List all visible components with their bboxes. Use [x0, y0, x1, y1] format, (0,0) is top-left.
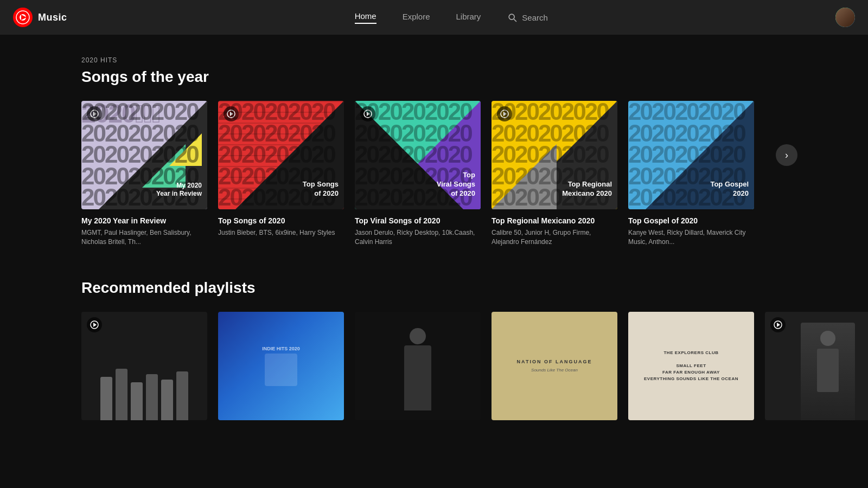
- figure-4: [146, 374, 158, 420]
- nl-text: NATION OF LANGUAGE Sounds Like The Ocean: [517, 359, 592, 373]
- nav-home[interactable]: Home: [355, 11, 376, 24]
- playlist-card-5[interactable]: THE EXPLORERS CLUBSMALL FEETFAR FAR ENOU…: [628, 312, 754, 427]
- playlist-thumb-1: [81, 312, 207, 420]
- song-card-year-review[interactable]: 2020202020202020202020202020202020202020…: [81, 101, 207, 247]
- card-label-2: Top Songsof 2020: [303, 180, 339, 198]
- song-card-gospel[interactable]: 2020202020202020202020202020202020202020…: [628, 101, 754, 247]
- figure-3: [131, 382, 143, 420]
- artwork-blue: INDIE HITS 2020: [218, 312, 344, 420]
- card-label-5: Top Gospel2020: [710, 180, 749, 198]
- main-content: 2020 HITS Songs of the year 202020202020…: [0, 35, 868, 488]
- search-icon: [507, 12, 518, 23]
- youtube-music-logo: [13, 8, 33, 27]
- playlist-card-6[interactable]: [765, 312, 868, 427]
- figure-2: [116, 369, 127, 420]
- nl-sublabel: Sounds Like The Ocean: [517, 368, 592, 373]
- user-avatar[interactable]: [835, 8, 855, 27]
- next-button[interactable]: ›: [776, 144, 797, 166]
- card-subtitle-4: Calibre 50, Junior H, Grupo Firme, Aleja…: [492, 228, 617, 247]
- figure-5: [161, 380, 173, 420]
- artwork-gospel: 2020202020202020202020202020202020202020…: [628, 101, 754, 209]
- figure-1: [100, 377, 112, 420]
- card-label-3: TopViral Songsof 2020: [437, 171, 475, 198]
- playlists-section: Recommended playlists: [81, 279, 787, 427]
- artwork-nation-language: NATION OF LANGUAGE Sounds Like The Ocean: [492, 312, 617, 420]
- body: [404, 345, 431, 410]
- playlist-thumb-4: NATION OF LANGUAGE Sounds Like The Ocean: [492, 312, 617, 420]
- song-card-viral[interactable]: 2020202020202020202020202020202020202020…: [355, 101, 481, 247]
- section-title: Songs of the year: [81, 68, 787, 86]
- figure-6: [176, 371, 188, 420]
- playlist-card-4[interactable]: NATION OF LANGUAGE Sounds Like The Ocean: [492, 312, 617, 427]
- card-title-2: Top Songs of 2020: [218, 216, 344, 226]
- card-label-1: My 2020Year in Review: [156, 182, 202, 198]
- svg-marker-13: [93, 323, 97, 327]
- artwork-dark-woman: [355, 312, 481, 420]
- playlist-card-3[interactable]: [355, 312, 481, 427]
- playlist-thumb-5: THE EXPLORERS CLUBSMALL FEETFAR FAR ENOU…: [628, 312, 754, 420]
- section-tag: 2020 HITS: [81, 56, 787, 64]
- artwork-explorers: THE EXPLORERS CLUBSMALL FEETFAR FAR ENOU…: [628, 312, 754, 420]
- explorers-text: THE EXPLORERS CLUBSMALL FEETFAR FAR ENOU…: [644, 350, 738, 382]
- head: [410, 328, 426, 344]
- artwork-viral: 2020202020202020202020202020202020202020…: [355, 101, 481, 209]
- card-title-1: My 2020 Year in Review: [81, 216, 207, 226]
- artwork-regional: 2020202020202020202020202020202020202020…: [492, 101, 617, 209]
- header: Music Home Explore Library Search: [0, 0, 868, 35]
- logo-label: Music: [38, 12, 67, 23]
- playlists-title: Recommended playlists: [81, 279, 787, 297]
- nav-library[interactable]: Library: [456, 12, 481, 23]
- card-thumb-top-songs: 2020202020202020202020202020202020202020…: [218, 101, 344, 209]
- nl-label: NATION OF LANGUAGE: [517, 359, 592, 364]
- artwork-year-review: 2020202020202020202020202020202020202020…: [81, 101, 207, 209]
- blue-art-square: [265, 354, 297, 386]
- band-figures: [100, 369, 188, 420]
- nav-explore[interactable]: Explore: [403, 12, 430, 23]
- play-icon-p6: [774, 320, 782, 329]
- card-thumb-year-review: 2020202020202020202020202020202020202020…: [81, 101, 207, 209]
- card-subtitle-5: Kanye West, Ricky Dillard, Maverick City…: [628, 228, 754, 247]
- young-man-head: [820, 331, 835, 346]
- playlist-card-1[interactable]: [81, 312, 207, 427]
- card-title-4: Top Regional Mexicano 2020: [492, 216, 617, 226]
- search-area[interactable]: Search: [507, 12, 548, 23]
- card-subtitle-2: Justin Bieber, BTS, 6ix9ine, Harry Style…: [218, 228, 344, 237]
- playlist-card-2[interactable]: INDIE HITS 2020: [218, 312, 344, 427]
- songs-cards-row: 2020202020202020202020202020202020202020…: [81, 101, 787, 247]
- search-label: Search: [522, 13, 548, 22]
- person-silhouette: [396, 328, 439, 420]
- right-area: [835, 8, 855, 27]
- playlist-thumb-3: [355, 312, 481, 420]
- card-title-3: Top Viral Songs of 2020: [355, 216, 481, 226]
- svg-marker-15: [777, 323, 780, 327]
- song-card-top-songs[interactable]: 2020202020202020202020202020202020202020…: [218, 101, 344, 237]
- avatar-image: [835, 8, 855, 27]
- artwork-top-songs: 2020202020202020202020202020202020202020…: [218, 101, 344, 209]
- logo-area[interactable]: Music: [13, 8, 67, 27]
- play-icon-p1: [90, 320, 99, 329]
- card-thumb-regional: 2020202020202020202020202020202020202020…: [492, 101, 617, 209]
- main-nav: Home Explore Library Search: [355, 11, 548, 24]
- card-subtitle-1: MGMT, Paul Haslinger, Ben Salisbury, Nic…: [81, 228, 207, 247]
- playlist-play-6[interactable]: [770, 317, 786, 332]
- songs-section: 2020 HITS Songs of the year 202020202020…: [81, 56, 787, 247]
- card-thumb-gospel: 2020202020202020202020202020202020202020…: [628, 101, 754, 209]
- blue-art-text: INDIE HITS 2020: [262, 346, 300, 351]
- playlist-play-1[interactable]: [87, 317, 102, 332]
- young-man-silhouette: [801, 323, 855, 420]
- playlist-thumb-2: INDIE HITS 2020: [218, 312, 344, 420]
- playlist-cards-row: INDIE HITS 2020: [81, 312, 787, 427]
- playlist-thumb-6: [765, 312, 868, 420]
- card-subtitle-3: Jason Derulo, Ricky Desktop, 10k.Caash, …: [355, 228, 481, 247]
- card-thumb-viral: 2020202020202020202020202020202020202020…: [355, 101, 481, 209]
- young-man-body: [817, 349, 839, 392]
- card-label-4: Top RegionalMexicano 2020: [562, 180, 612, 198]
- song-card-regional[interactable]: 2020202020202020202020202020202020202020…: [492, 101, 617, 247]
- card-title-5: Top Gospel of 2020: [628, 216, 754, 226]
